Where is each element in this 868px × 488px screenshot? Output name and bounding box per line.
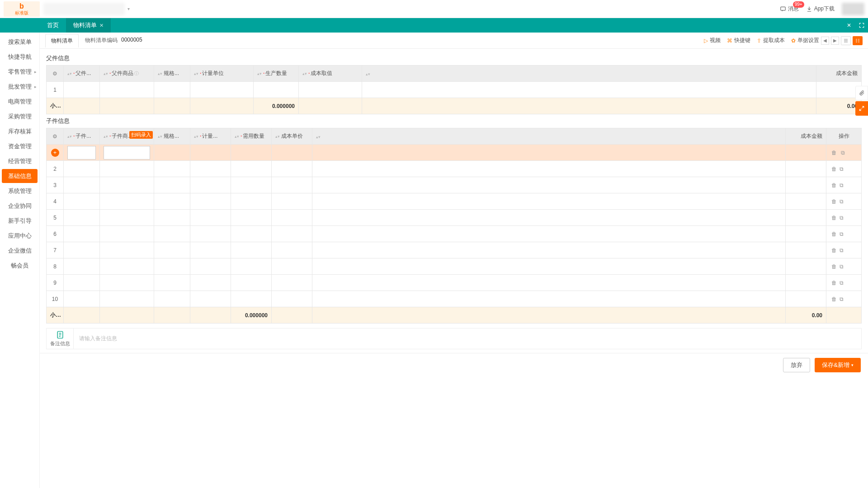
sidebar-item[interactable]: 基础信息 [2,169,38,183]
copy-icon[interactable]: ⧉ [840,247,844,253]
table-row[interactable]: 4🗑⧉ [47,193,862,210]
doc-code: 物料清单编码 0000005 [85,37,142,44]
add-row-button[interactable]: + [51,149,59,157]
close-icon[interactable]: ✕ [99,23,104,28]
view-list-button[interactable] [841,36,851,45]
tool-doc-setting[interactable]: ✿单据设置 [791,37,819,44]
sidebar-item[interactable]: 畅会员 [0,258,39,273]
col-child-price[interactable]: ▴▾成本单价 [272,128,312,145]
attachment-button[interactable] [855,86,868,100]
help-icon[interactable]: ⓘ [134,71,139,76]
sidebar-item[interactable]: 零售管理▸ [0,64,39,79]
remark-input[interactable] [74,328,861,348]
table-row[interactable]: 2🗑⧉ [47,161,862,177]
doc-code-value: 0000005 [121,37,142,44]
gear-icon[interactable]: ⚙ [47,66,64,82]
col-child-unit[interactable]: ▴▾计量... [190,128,231,145]
table-row[interactable]: 8🗑⧉ [47,258,862,275]
sidebar-item[interactable]: 批发管理▸ [0,79,39,94]
tab-bom[interactable]: 物料清单 ✕ [66,18,111,33]
col-child-blank[interactable]: ▴▾ [312,128,786,145]
delete-icon[interactable]: 🗑 [831,231,837,237]
sidebar-item[interactable]: 库存核算 [0,124,39,139]
sidebar-item[interactable]: 新手引导 [0,213,39,228]
table-row[interactable]: + 🗑 ⧉ [47,145,862,161]
prev-doc-button[interactable]: ◀ [821,37,829,45]
col-parent-unit[interactable]: ▴▾计量单位 [190,66,254,82]
delete-icon[interactable]: 🗑 [831,247,837,253]
delete-icon[interactable]: 🗑 [831,215,837,221]
gear-icon[interactable]: ⚙ [47,128,64,145]
sidebar-item[interactable]: 快捷导航 [0,49,39,64]
sidebar-item[interactable]: 电商管理 [0,94,39,109]
tab-home-label: 首页 [47,21,59,29]
copy-icon[interactable]: ⧉ [840,166,844,172]
delete-icon[interactable]: 🗑 [831,280,837,286]
sidebar-item[interactable]: 搜索菜单 [0,34,39,49]
delete-icon[interactable]: 🗑 [831,150,837,156]
delete-icon[interactable]: 🗑 [831,166,837,172]
col-child-amt[interactable]: 成本金额 [786,128,826,145]
app-download-button[interactable]: App下载 [806,5,835,13]
delete-icon[interactable]: 🗑 [831,182,837,188]
copy-icon[interactable]: ⧉ [840,296,844,302]
delete-icon[interactable]: 🗑 [831,296,837,302]
parent-subtotal-row: 小计 0.000000 0.00 [47,98,862,114]
sidebar-item[interactable]: 采购管理 [0,109,39,124]
copy-icon[interactable]: ⧉ [840,263,844,270]
sidebar-item[interactable]: 企业微信 [0,243,39,258]
tab-close-button[interactable]: ✕ [843,18,855,33]
copy-icon[interactable]: ⧉ [840,280,844,286]
sidebar-item[interactable]: 企业协同 [0,198,39,213]
row-index: 10 [47,291,64,307]
chevron-down-icon[interactable]: ▾ [851,363,854,367]
floating-toolbar [855,86,868,117]
copy-icon[interactable]: ⧉ [840,182,844,188]
col-parent-product[interactable]: ▴▾父件商品ⓘ [100,66,154,82]
table-row[interactable]: 10🗑⧉ [47,291,862,307]
child-code-input[interactable] [67,146,96,160]
col-parent-amt[interactable]: 成本金额 [816,66,862,82]
col-child-qty[interactable]: ▴▾需用数量 [231,128,272,145]
tool-shortcut[interactable]: ⌘快捷键 [727,37,750,44]
child-product-input[interactable] [104,146,150,160]
expand-button[interactable] [855,101,868,116]
fullscreen-icon[interactable] [855,18,868,33]
discard-button[interactable]: 放弃 [783,358,810,372]
table-row[interactable]: 3🗑⧉ [47,177,862,193]
col-child-code[interactable]: ▴▾子件... [64,128,100,145]
tab-home[interactable]: 首页 [40,18,66,33]
sidebar-item[interactable]: 经营管理 [0,154,39,169]
col-parent-qty[interactable]: ▴▾生产数量 [254,66,299,82]
sidebar-item[interactable]: 系统管理 [0,183,39,198]
delete-icon[interactable]: 🗑 [831,263,837,270]
doc-tab-bom[interactable]: 物料清单 [45,34,79,47]
view-grid-button[interactable] [853,36,863,45]
col-parent-blank[interactable]: ▴▾ [362,66,816,82]
col-parent-spec[interactable]: ▴▾规格... [154,66,190,82]
tool-extract-cost[interactable]: ⇪提取成本 [757,37,785,44]
table-row[interactable]: 6🗑⧉ [47,226,862,242]
table-row[interactable]: 1 [47,82,862,98]
col-parent-code[interactable]: ▴▾父件... [64,66,100,82]
copy-icon[interactable]: ⧉ [840,198,844,205]
table-row[interactable]: 5🗑⧉ [47,210,862,226]
copy-icon[interactable]: ⧉ [840,231,844,237]
col-child-spec[interactable]: ▴▾规格... [154,128,190,145]
next-doc-button[interactable]: ▶ [831,37,839,45]
messages-button[interactable]: 消息 99+ [780,5,799,13]
save-and-new-button[interactable]: 保存&新增 ▾ [815,358,861,372]
scan-input-badge[interactable]: 扫码录入 [129,131,153,139]
sidebar-item[interactable]: 资金管理 [0,139,39,154]
table-row[interactable]: 7🗑⧉ [47,242,862,258]
copy-icon[interactable]: ⧉ [841,150,845,156]
delete-icon[interactable]: 🗑 [831,198,837,205]
sidebar-item[interactable]: 应用中心 [0,228,39,243]
tool-video[interactable]: ▷视频 [704,37,721,44]
table-row[interactable]: 9🗑⧉ [47,275,862,291]
user-avatar[interactable] [842,3,864,15]
copy-icon[interactable]: ⧉ [840,215,844,221]
col-parent-costsrc[interactable]: ▴▾成本取值 [299,66,362,82]
org-selector[interactable] [43,3,125,15]
col-child-product[interactable]: ▴▾子件商...扫码录入 [100,128,154,145]
